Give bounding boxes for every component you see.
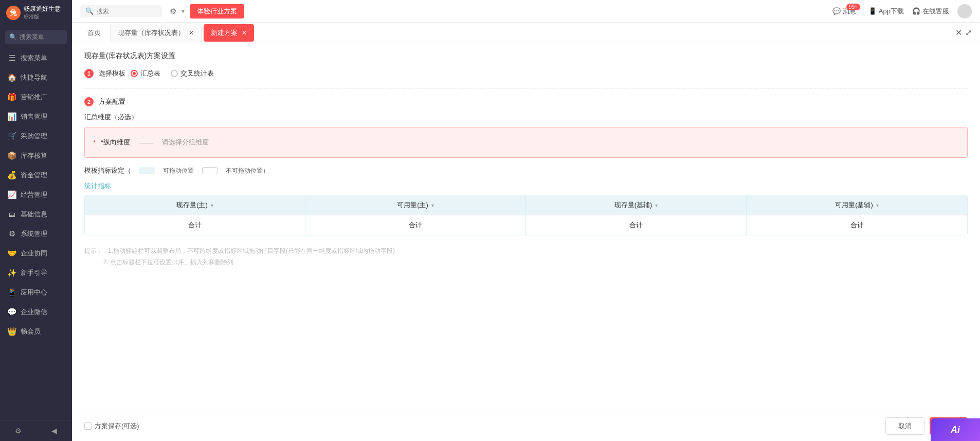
plan-save-checkbox-wrapper[interactable]: 方案保存(可选): [84, 421, 139, 431]
sidebar-item-label: 快捷导航: [21, 73, 47, 82]
sidebar-item-label: 企业微信: [21, 307, 47, 317]
sidebar-item-label: 搜索菜单: [21, 53, 47, 63]
tab-home-label: 首页: [87, 28, 101, 38]
top-search[interactable]: 🔍: [80, 5, 162, 17]
fold-sidebar-button[interactable]: ◀: [47, 425, 61, 437]
sidebar-item-search-menu[interactable]: ☰ 搜索菜单: [0, 48, 72, 68]
plan-save-label: 方案保存(可选): [95, 421, 139, 431]
sidebar-item-new-guide[interactable]: ✨ 新手引导: [0, 263, 72, 283]
stats-title: 统计指标: [84, 181, 968, 191]
required-star: *: [93, 139, 96, 146]
non-draggable-label: 不可拖动位置）: [226, 167, 269, 175]
search-icon: 🔍: [9, 33, 17, 41]
stats-table: 现存量(主) ▾ 可用量(主) ▾ 现存量(基辅) ▾: [84, 195, 968, 235]
tab-new-plan-label: 新建方案: [211, 28, 238, 38]
crown-icon: 👑: [7, 327, 16, 336]
sidebar-search[interactable]: 🔍 搜索菜单: [5, 30, 67, 44]
money-icon: 💰: [7, 171, 16, 180]
sidebar-item-inventory[interactable]: 📦 库存核算: [0, 146, 72, 166]
template-indicator-row: 模板指标设定（ 可拖动位置 不可拖动位置）: [84, 166, 968, 175]
plan-save-checkbox[interactable]: [84, 422, 92, 430]
tab-inventory-close-icon[interactable]: ✕: [189, 29, 194, 36]
sidebar-item-label: 畅会员: [21, 327, 41, 336]
settings-icon[interactable]: ⚙: [170, 7, 176, 16]
dimension-dash: ——: [139, 139, 153, 146]
dimension-inner: * *纵向维度 —— 请选择分组维度: [93, 138, 959, 147]
sidebar-item-finance[interactable]: 💰 资金管理: [0, 166, 72, 185]
step1-number: 1: [84, 69, 94, 78]
star-icon: ✨: [7, 268, 16, 278]
main-wrapper: 🔍 ⚙ ▾ 体验行业方案 💬 消息 99+ 📱 App下载 🎧 在线客服: [72, 0, 980, 441]
stats-col2-label: 可用量(主): [397, 200, 428, 210]
sidebar-item-member[interactable]: 👑 畅会员: [0, 322, 72, 341]
settings-button[interactable]: ⚙: [11, 425, 26, 437]
expand-window-icon[interactable]: ⤢: [965, 28, 972, 38]
sidebar-item-operations[interactable]: 📈 经营管理: [0, 185, 72, 205]
ai-badge[interactable]: Ai: [931, 418, 980, 441]
page-title: 现存量(库存状况表)方案设置: [84, 51, 968, 61]
sidebar-item-system[interactable]: ⚙ 系统管理: [0, 224, 72, 244]
tab-new-plan[interactable]: 新建方案 ✕: [204, 24, 254, 42]
stats-col3-header[interactable]: 现存量(基辅) ▾: [526, 195, 747, 215]
sidebar-item-label: 系统管理: [21, 229, 47, 238]
message-button[interactable]: 💬 消息 99+: [832, 7, 856, 16]
col3-chevron-icon: ▾: [655, 203, 658, 208]
sidebar-search-label: 搜索菜单: [20, 33, 44, 42]
online-service-button[interactable]: 🎧 在线客服: [912, 7, 949, 16]
non-draggable-indicator: [202, 167, 217, 174]
radio-summary[interactable]: 汇总表: [131, 69, 160, 78]
col1-chevron-icon: ▾: [211, 203, 213, 208]
step2-title: 方案配置: [99, 97, 125, 106]
sidebar-item-purchase[interactable]: 🛒 采购管理: [0, 126, 72, 146]
step2-number: 2: [84, 97, 94, 106]
stats-col4-header[interactable]: 可用量(基辅) ▾: [747, 195, 967, 215]
headset-icon: 🎧: [912, 7, 920, 15]
tab-home[interactable]: 首页: [80, 24, 108, 42]
sidebar-item-marketing[interactable]: 🎁 营销推广: [0, 87, 72, 107]
stats-body: 合计 合计 合计 合计: [85, 215, 967, 235]
sidebar-item-base-info[interactable]: 🗂 基础信息: [0, 205, 72, 224]
sidebar: 兔 畅康通好生意 标准版 🔍 搜索菜单 ☰ 搜索菜单 🏠 快捷导航 🎁 营销推广…: [0, 0, 72, 441]
top-bar: 🔍 ⚙ ▾ 体验行业方案 💬 消息 99+ 📱 App下载 🎧 在线客服: [72, 0, 980, 23]
stats-col4-cell: 合计: [747, 215, 967, 235]
radio-cross[interactable]: 交叉统计表: [171, 69, 214, 78]
app-download-label: App下载: [879, 7, 904, 16]
sidebar-logo: 兔 畅康通好生意 标准版: [0, 0, 72, 26]
sidebar-item-wechat[interactable]: 💬 企业微信: [0, 302, 72, 322]
logo-icon: 兔: [6, 6, 21, 20]
sidebar-item-label: 经营管理: [21, 190, 47, 199]
hint-2: 2. 点击标题栏下拉可设置排序、插入列和删除列: [84, 257, 968, 268]
sidebar-item-quick-nav[interactable]: 🏠 快捷导航: [0, 68, 72, 87]
vertical-dimension-label: *纵向维度: [101, 138, 130, 147]
sidebar-item-label: 销售管理: [21, 112, 47, 121]
logo-text-wrapper: 畅康通好生意 标准版: [24, 5, 61, 21]
step1-title: 选择模板: [99, 69, 125, 78]
top-bar-right: 💬 消息 99+ 📱 App下载 🎧 在线客服: [832, 4, 972, 19]
radio-summary-circle: [131, 70, 138, 77]
app-download-button[interactable]: 📱 App下载: [868, 7, 904, 16]
radio-cross-label: 交叉统计表: [180, 69, 214, 78]
dropdown-chevron-icon: ▾: [182, 8, 185, 15]
tab-inventory-status[interactable]: 现存量（库存状况表） ✕: [110, 24, 202, 42]
search-input[interactable]: [97, 8, 157, 15]
stats-col3-label: 现存量(基辅): [614, 200, 652, 210]
hints-section: 提示： 1.拖动标题栏可以调整布局，不可跨维度或指标区域拖动任目字段(只能在同一…: [84, 246, 968, 268]
summary-dimension-label: 汇总维度（必选）: [84, 113, 968, 122]
sidebar-item-label: 应用中心: [21, 288, 47, 297]
sidebar-item-sales[interactable]: 📊 销售管理: [0, 107, 72, 126]
sidebar-item-app-center[interactable]: 📱 应用中心: [0, 283, 72, 302]
tab-new-plan-close-icon[interactable]: ✕: [242, 29, 247, 36]
trial-button[interactable]: 体验行业方案: [190, 4, 244, 19]
cancel-button[interactable]: 取消: [885, 417, 924, 435]
chat-icon: 💬: [7, 307, 16, 317]
online-service-label: 在线客服: [922, 7, 949, 16]
step-divider-1: [84, 88, 968, 89]
tab-bar: 首页 现存量（库存状况表） ✕ 新建方案 ✕ ✕ ⤢: [72, 23, 980, 43]
sidebar-item-label: 库存核算: [21, 151, 47, 160]
close-window-icon[interactable]: ✕: [955, 28, 962, 38]
logo-badge: 标准版: [24, 13, 61, 21]
stats-col2-header[interactable]: 可用量(主) ▾: [305, 195, 526, 215]
sidebar-item-cooperation[interactable]: 🤝 企业协同: [0, 244, 72, 263]
stats-col1-header[interactable]: 现存量(主) ▾: [85, 195, 305, 215]
user-avatar[interactable]: [957, 4, 972, 19]
